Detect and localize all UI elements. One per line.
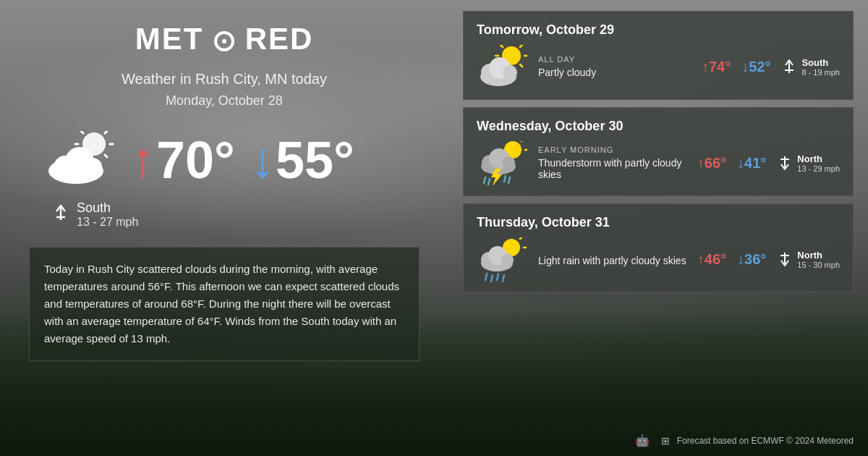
forecast-icon-0: [477, 45, 527, 88]
footer-text: Forecast based on ECMWF © 2024 Meteored: [677, 436, 854, 446]
wind-icon: [51, 203, 71, 227]
svg-line-43: [504, 176, 506, 182]
wind-details: South 13 - 27 mph: [77, 200, 138, 229]
forecast-wind-dir-0: South: [801, 57, 840, 68]
wind-speed: 13 - 27 mph: [77, 216, 138, 229]
forecast-wind-dir-1: North: [797, 153, 840, 164]
forecast-day-1: Wednesday, October 30: [477, 119, 840, 134]
weather-description: Today in Rush City scattered clouds duri…: [29, 247, 420, 361]
app-logo: MET RED: [29, 22, 420, 56]
forecast-temps-0: ↑74° ↓52° South 8 - 19 mph: [702, 57, 840, 77]
svg-line-44: [509, 177, 510, 183]
footer: 🤖 ⊞ Forecast based on ECMWF © 2024 Meteo…: [635, 434, 854, 447]
svg-line-7: [81, 131, 83, 133]
svg-point-14: [83, 158, 102, 177]
current-temp-low: ↓55°: [250, 130, 354, 190]
current-weather-icon: [43, 131, 123, 189]
svg-line-41: [484, 177, 485, 183]
forecast-low-2: ↓36°: [737, 251, 766, 268]
forecast-card-2: Thursday, October 31: [463, 203, 854, 292]
forecast-condition-1: EARLY MORNING Thunderstorm with partly c…: [538, 145, 686, 180]
forecast-high-1: ↑66°: [697, 155, 726, 172]
svg-line-49: [520, 237, 522, 239]
svg-line-10: [105, 155, 107, 157]
forecast-panel: Tomorrow, October 29: [448, 0, 868, 456]
forecast-high-0: ↑74°: [702, 59, 731, 75]
forecast-day-2: Thursday, October 31: [477, 215, 840, 230]
android-icon: 🤖: [635, 434, 650, 447]
forecast-wind-speed-1: 13 - 29 mph: [797, 164, 840, 173]
current-temps: ↑70° ↓55°: [130, 130, 354, 190]
forecast-condition-0: ALL DAY Partly cloudy: [538, 55, 691, 78]
svg-point-1: [222, 39, 226, 43]
svg-point-29: [503, 65, 517, 80]
forecast-card-1: Wednesday, October 30: [463, 107, 854, 196]
svg-line-23: [520, 45, 522, 47]
forecast-temps-1: ↑66° ↓41° North 13 - 29 mph: [697, 153, 840, 173]
svg-line-58: [503, 275, 504, 282]
platform-icons: 🤖 ⊞: [635, 434, 670, 447]
forecast-card-0: Tomorrow, October 29: [463, 11, 854, 100]
forecast-icon-2: [477, 237, 527, 281]
location-title: Weather in Rush City, MN today: [29, 71, 420, 88]
forecast-wind-0: South 8 - 19 mph: [781, 57, 840, 77]
forecast-high-2: ↑46°: [697, 251, 726, 268]
svg-line-57: [497, 274, 498, 280]
windows-icon: ⊞: [661, 435, 670, 447]
current-wind-info: South 13 - 27 mph: [29, 200, 420, 229]
svg-line-42: [488, 179, 490, 185]
forecast-icon-1: [477, 141, 527, 185]
date-title: Monday, October 28: [29, 93, 420, 109]
forecast-wind-1: North 13 - 29 mph: [777, 153, 840, 173]
forecast-temps-2: ↑46° ↓36° North 15 - 30 mph: [697, 250, 840, 269]
forecast-wind-dir-2: North: [797, 250, 840, 261]
svg-line-22: [501, 45, 503, 47]
svg-line-25: [520, 64, 522, 67]
svg-point-54: [501, 253, 514, 266]
current-weather: ↑70° ↓55°: [29, 130, 420, 190]
wind-direction: South: [77, 200, 138, 216]
logo-text: MET RED: [135, 22, 314, 56]
forecast-condition-2: Light rain with partly cloudy skies: [538, 252, 686, 266]
svg-line-55: [485, 274, 487, 280]
current-temp-high: ↑70°: [130, 130, 235, 190]
svg-line-56: [491, 275, 493, 282]
svg-line-8: [105, 131, 107, 133]
forecast-wind-speed-2: 15 - 30 mph: [797, 261, 840, 269]
forecast-wind-speed-0: 8 - 19 mph: [801, 68, 840, 77]
forecast-low-1: ↓41°: [737, 155, 766, 172]
forecast-wind-2: North 15 - 30 mph: [777, 250, 840, 269]
forecast-low-0: ↓52°: [741, 59, 770, 75]
svg-point-39: [502, 156, 515, 169]
forecast-day-0: Tomorrow, October 29: [477, 22, 840, 38]
